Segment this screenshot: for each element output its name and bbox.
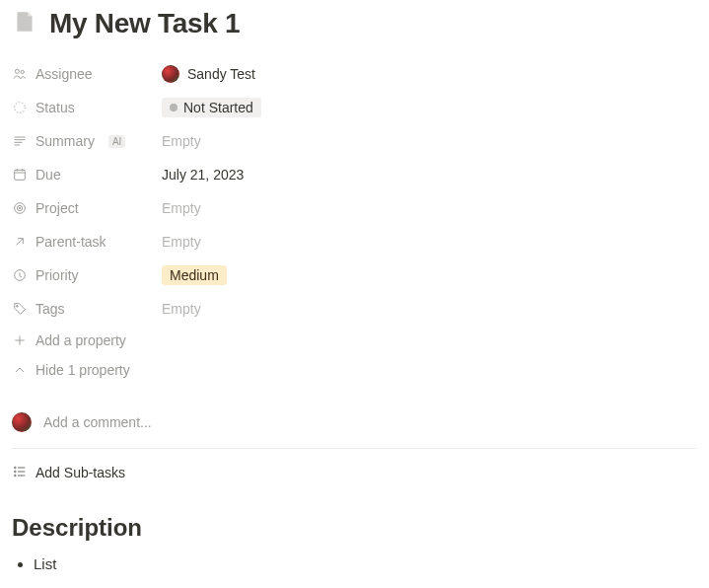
tag-icon bbox=[12, 301, 28, 317]
summary-label[interactable]: Summary AI bbox=[12, 133, 162, 149]
description-list[interactable]: List bbox=[12, 553, 697, 576]
arrow-up-right-icon bbox=[12, 234, 28, 250]
parent-task-label[interactable]: Parent-task bbox=[12, 234, 162, 250]
chevron-up-icon bbox=[12, 362, 28, 378]
svg-rect-3 bbox=[15, 170, 26, 180]
assignee-label-text: Assignee bbox=[35, 66, 93, 82]
svg-point-0 bbox=[15, 69, 19, 73]
avatar bbox=[162, 65, 179, 83]
status-text: Not Started bbox=[183, 100, 253, 115]
plus-icon bbox=[12, 332, 28, 348]
page-title[interactable]: My New Task 1 bbox=[49, 8, 240, 39]
hide-property-button[interactable]: Hide 1 property bbox=[12, 355, 697, 385]
status-label-text: Status bbox=[35, 100, 75, 115]
people-icon bbox=[12, 66, 28, 82]
parent-task-value[interactable]: Empty bbox=[162, 234, 201, 250]
property-priority: Priority Medium bbox=[12, 258, 697, 292]
property-project: Project Empty bbox=[12, 191, 697, 225]
add-subtasks-button[interactable]: Add Sub-tasks bbox=[12, 459, 697, 486]
tags-label[interactable]: Tags bbox=[12, 301, 162, 317]
property-parent-task: Parent-task Empty bbox=[12, 225, 697, 258]
svg-point-1 bbox=[21, 70, 24, 73]
svg-point-2 bbox=[15, 103, 26, 113]
property-summary: Summary AI Empty bbox=[12, 124, 697, 158]
assignee-name: Sandy Test bbox=[187, 66, 255, 82]
ai-badge: AI bbox=[108, 135, 125, 148]
comment-input[interactable]: Add a comment... bbox=[43, 414, 152, 430]
priority-label[interactable]: Priority bbox=[12, 267, 162, 283]
due-label[interactable]: Due bbox=[12, 167, 162, 183]
list-item[interactable]: List bbox=[34, 553, 697, 576]
status-pill: Not Started bbox=[162, 98, 261, 117]
description-heading[interactable]: Description bbox=[12, 514, 697, 542]
property-tags: Tags Empty bbox=[12, 292, 697, 326]
project-value[interactable]: Empty bbox=[162, 200, 201, 216]
subtasks-icon bbox=[12, 464, 28, 482]
text-icon bbox=[12, 133, 28, 149]
priority-pill: Medium bbox=[162, 265, 227, 285]
status-label[interactable]: Status bbox=[12, 100, 162, 115]
svg-point-9 bbox=[15, 467, 17, 469]
target-icon bbox=[12, 200, 28, 216]
summary-label-text: Summary bbox=[35, 133, 95, 149]
due-label-text: Due bbox=[35, 167, 61, 183]
status-value[interactable]: Not Started bbox=[162, 98, 261, 117]
title-row: My New Task 1 bbox=[12, 8, 697, 39]
project-label[interactable]: Project bbox=[12, 200, 162, 216]
svg-point-6 bbox=[19, 207, 20, 208]
assignee-label[interactable]: Assignee bbox=[12, 66, 162, 82]
priority-icon bbox=[12, 267, 28, 283]
svg-point-8 bbox=[17, 306, 19, 308]
comment-row: Add a comment... bbox=[12, 412, 697, 432]
add-subtasks-label: Add Sub-tasks bbox=[35, 465, 125, 480]
property-assignee: Assignee Sandy Test bbox=[12, 57, 697, 91]
due-value[interactable]: July 21, 2023 bbox=[162, 167, 244, 183]
add-property-button[interactable]: Add a property bbox=[12, 326, 697, 355]
properties-section: Assignee Sandy Test Status Not Started S… bbox=[12, 57, 697, 385]
status-dot-icon bbox=[170, 104, 177, 111]
property-status: Status Not Started bbox=[12, 91, 697, 124]
project-label-text: Project bbox=[35, 200, 79, 216]
status-icon bbox=[12, 100, 28, 115]
tags-label-text: Tags bbox=[35, 301, 65, 317]
divider bbox=[12, 448, 697, 449]
avatar bbox=[12, 412, 32, 432]
property-due: Due July 21, 2023 bbox=[12, 158, 697, 191]
svg-point-11 bbox=[15, 475, 17, 477]
assignee-value[interactable]: Sandy Test bbox=[162, 65, 255, 83]
priority-value[interactable]: Medium bbox=[162, 265, 227, 285]
hide-property-label: Hide 1 property bbox=[35, 362, 130, 378]
svg-point-10 bbox=[15, 471, 17, 473]
tags-value[interactable]: Empty bbox=[162, 301, 201, 317]
add-property-label: Add a property bbox=[35, 332, 126, 348]
summary-value[interactable]: Empty bbox=[162, 133, 201, 149]
calendar-icon bbox=[12, 167, 28, 183]
parent-task-label-text: Parent-task bbox=[35, 234, 106, 250]
page-icon[interactable] bbox=[12, 9, 37, 38]
priority-label-text: Priority bbox=[35, 267, 79, 283]
